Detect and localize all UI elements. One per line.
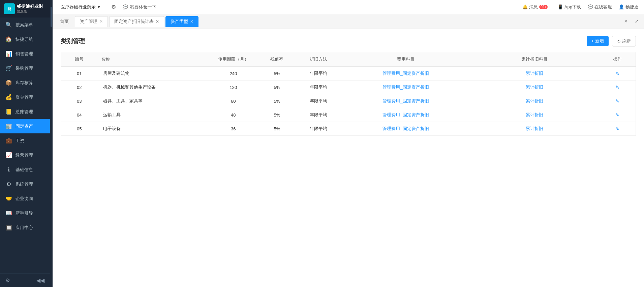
notifications-label: 消息 [529,4,538,10]
fixed-asset-icon: 🏢 [5,123,12,129]
edit-icon-2[interactable]: ✎ [615,98,619,104]
table-row: 03 器具、工具、家具等 60 5% 年限平均 管理费用_固定资产折旧 累计折旧… [61,94,636,108]
cell-period-2: 60 [208,94,258,108]
cell-op-3: ✎ [599,108,636,122]
sidebar-scrollbar-thumb [51,7,52,27]
cell-op-0: ✎ [599,67,636,81]
table-row: 04 运输工具 48 5% 年限平均 管理费用_固定资产折旧 累计折旧 ✎ [61,108,636,122]
sidebar-item-inventory[interactable]: 📦 库存核算 [0,75,50,90]
table-body: 01 房屋及建筑物 240 5% 年限平均 管理费用_固定资产折旧 累计折旧 ✎… [61,67,636,136]
table-row: 01 房屋及建筑物 240 5% 年限平均 管理费用_固定资产折旧 累计折旧 ✎ [61,67,636,81]
tab-asset-mgmt-close[interactable]: ✕ [99,19,103,24]
collapse-icon[interactable]: ◀◀ [36,277,44,284]
cell-residual-4: 5% [258,122,295,136]
col-header-code: 编号 [61,52,98,67]
edit-icon-0[interactable]: ✎ [615,71,619,76]
col-header-name: 名称 [98,52,208,67]
tab-depreciation-close[interactable]: ✕ [156,19,159,24]
edit-icon-3[interactable]: ✎ [615,112,619,118]
close-tab-action[interactable]: ✕ [621,17,631,26]
notifications-badge: 99+ [539,5,548,9]
cell-op-1: ✎ [599,81,636,94]
sidebar-item-purchase[interactable]: 🛒 采购管理 [0,61,50,75]
sidebar-label-system: 系统管理 [16,181,33,187]
cell-name-4: 电子设备 [98,122,208,136]
cell-residual-1: 5% [258,81,295,94]
sidebar-label-fixed-asset: 固定资产 [16,123,33,129]
module-selector[interactable]: 医疗器械行业演示 ▾ [58,3,103,11]
topbar-settings-icon[interactable]: ⚙ [111,4,116,10]
cell-code-1: 02 [61,81,98,94]
sidebar-label-enterprise: 企业协同 [16,196,33,202]
cell-expense-3: 管理费用_固定资产折旧 [341,108,470,122]
cell-expense-2: 管理费用_固定资产折旧 [341,94,470,108]
tab-asset-mgmt[interactable]: 资产管理 ✕ [75,16,108,27]
notifications-button[interactable]: 🔔 消息 99+ + [522,4,551,10]
settings-footer-icon[interactable]: ⚙ [5,277,10,284]
sidebar-item-guide[interactable]: 📖 新手引导 [0,206,50,220]
new-button[interactable]: + 新增 [587,36,609,46]
sidebar-item-system[interactable]: ⚙ 系统管理 [0,177,50,191]
sidebar-item-operation[interactable]: 📈 经营管理 [0,148,50,162]
tab-fixed-asset-depreciation[interactable]: 固定资产折旧统计表 ✕ [109,16,164,27]
app-download-button[interactable]: 📱 App下载 [558,4,581,10]
refresh-button[interactable]: ↻ 刷新 [612,36,636,46]
customer-service-icon: 💬 [588,4,593,9]
notification-icon: 🔔 [522,4,528,9]
edit-icon-4[interactable]: ✎ [615,126,619,131]
app-download-label: App下载 [564,4,581,10]
sidebar-item-ledger[interactable]: 📒 总账管理 [0,104,50,119]
page-header: 类别管理 + 新增 ↻ 刷新 [61,36,636,46]
sidebar-item-sales[interactable]: 📊 销售管理 [0,46,50,61]
edit-icon-1[interactable]: ✎ [615,85,619,90]
cell-name-2: 器具、工具、家具等 [98,94,208,108]
cell-method-4: 年限平均 [296,122,341,136]
col-header-period: 使用期限（月） [208,52,258,67]
cell-name-1: 机器、机械和其他生产设备 [98,81,208,94]
sidebar-label-basic-info: 基础信息 [16,167,33,173]
purchase-icon: 🛒 [5,65,12,71]
customer-service-button[interactable]: 💬 在线客服 [588,4,612,10]
cell-name-3: 运输工具 [98,108,208,122]
cell-period-4: 36 [208,122,258,136]
sidebar-item-quick-nav[interactable]: 🏠 快捷导航 [0,32,50,46]
sidebar-label-capital: 资金管理 [16,94,33,100]
cell-method-2: 年限平均 [296,94,341,108]
cell-residual-2: 5% [258,94,295,108]
col-header-expense: 费用科目 [341,52,470,67]
app-download-icon: 📱 [558,4,563,9]
topbar: 医疗器械行业演示 ▾ ⚙ 💬 我要体验一下 🔔 消息 99+ + 📱 App下载… [53,0,644,14]
sidebar-label-operation: 经营管理 [16,152,33,158]
tab-asset-type[interactable]: 资产类型 ✕ [165,16,198,27]
cell-accumulate-1: 累计折旧 [470,81,599,94]
cell-code-3: 04 [61,108,98,122]
cell-code-0: 01 [61,67,98,81]
tab-asset-type-label: 资产类型 [171,19,188,25]
header-actions: + 新增 ↻ 刷新 [587,36,636,46]
sidebar-item-capital[interactable]: 💰 资金管理 [0,90,50,104]
tab-home[interactable]: 首页 [55,16,73,27]
sidebar-item-basic-info[interactable]: ℹ 基础信息 [0,162,50,177]
module-name: 医疗器械行业演示 [61,4,96,10]
sidebar-item-enterprise[interactable]: 🤝 企业协同 [0,191,50,206]
sidebar-item-fixed-asset[interactable]: 🏢 固定资产 [0,119,50,133]
tabs-actions: ✕ ⤢ [621,17,644,26]
cell-expense-4: 管理费用_固定资产折旧 [341,122,470,136]
tab-asset-type-close[interactable]: ✕ [190,19,193,24]
experience-button[interactable]: 💬 我要体验一下 [120,3,159,11]
cell-accumulate-3: 累计折旧 [470,108,599,122]
customer-service-label: 在线客服 [594,4,612,10]
category-table: 编号 名称 使用期限（月） 残值率 折旧方法 费用科目 累计折旧科目 操作 01… [61,52,636,136]
col-header-residual: 残值率 [258,52,295,67]
user-menu[interactable]: 👤 畅捷通 [619,4,639,10]
sidebar-nav: 🔍 搜索菜单 🏠 快捷导航 📊 销售管理 🛒 采购管理 📦 库存核算 💰 资金管… [0,18,50,274]
capital-icon: 💰 [5,94,12,100]
module-dropdown-icon: ▾ [98,4,100,9]
sidebar-item-search[interactable]: 🔍 搜索菜单 [0,18,50,32]
payroll-icon: 💼 [5,137,12,144]
sidebar-item-app-center[interactable]: 🔲 应用中心 [0,220,50,235]
sidebar-item-payroll[interactable]: 💼 工资 [0,133,50,148]
maximize-tab-action[interactable]: ⤢ [632,17,641,26]
page-content: 类别管理 + 新增 ↻ 刷新 编号 名称 使用期限（月） 残值率 折旧方法 费用… [53,29,644,287]
sidebar-label-app-center: 应用中心 [16,225,33,231]
